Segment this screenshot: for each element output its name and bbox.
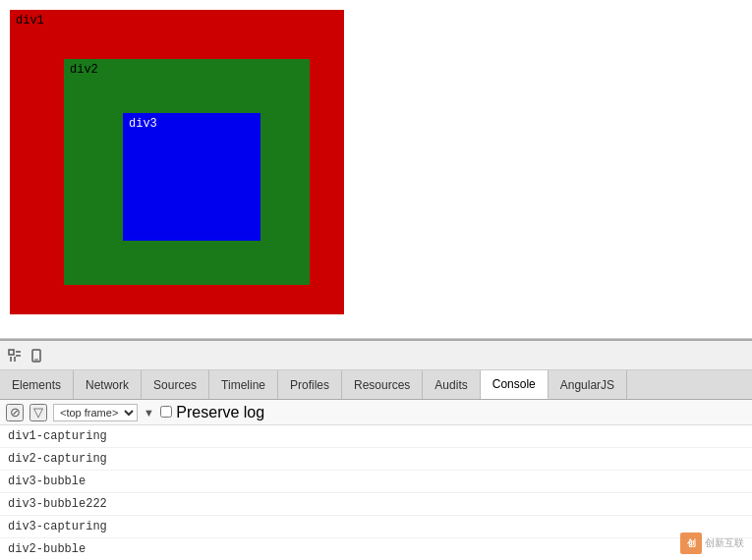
tab-elements[interactable]: Elements <box>0 370 74 399</box>
tab-console[interactable]: Console <box>481 370 549 399</box>
console-line: div3-capturing <box>0 516 752 538</box>
dropdown-arrow: ▼ <box>144 407 154 419</box>
tab-sources[interactable]: Sources <box>142 370 209 399</box>
console-output: div1-capturing div2-capturing div3-bubbl… <box>0 425 752 560</box>
devtools-tabs: Elements Network Sources Timeline Profil… <box>0 370 752 400</box>
tab-angularjs[interactable]: AngularJS <box>549 370 627 399</box>
watermark-icon: 创 <box>680 532 702 554</box>
inspect-element-button[interactable] <box>4 345 26 366</box>
devtools-toolbar <box>0 341 752 370</box>
console-line: div3-bubble <box>0 471 752 493</box>
devtools-panel: Elements Network Sources Timeline Profil… <box>0 339 752 560</box>
watermark-text: 创新互联 <box>705 536 744 550</box>
console-line: div2-bubble <box>0 538 752 560</box>
filter-button[interactable]: ▽ <box>29 404 47 421</box>
div1[interactable]: div1 div2 div3 <box>10 10 344 314</box>
frame-select[interactable]: <top frame> <box>53 404 138 421</box>
clear-console-button[interactable]: ⊘ <box>6 404 24 421</box>
div2-label: div2 <box>70 63 98 77</box>
mobile-button[interactable] <box>26 345 47 366</box>
div3[interactable]: div3 <box>123 113 260 241</box>
preserve-log-label[interactable]: Preserve log <box>160 404 264 421</box>
div1-label: div1 <box>16 14 44 28</box>
tab-network[interactable]: Network <box>74 370 142 399</box>
console-line: div1-capturing <box>0 425 752 448</box>
div3-label: div3 <box>129 117 157 131</box>
tab-resources[interactable]: Resources <box>342 370 423 399</box>
watermark: 创 创新互联 <box>680 532 744 554</box>
demo-area: div1 div2 div3 <box>10 10 344 314</box>
svg-rect-0 <box>9 350 14 355</box>
main-content: div1 div2 div3 <box>0 0 752 339</box>
div2[interactable]: div2 div3 <box>64 59 310 285</box>
tab-timeline[interactable]: Timeline <box>209 370 278 399</box>
preserve-log-checkbox[interactable] <box>160 406 172 418</box>
console-line: div2-capturing <box>0 448 752 471</box>
tab-audits[interactable]: Audits <box>423 370 480 399</box>
tab-profiles[interactable]: Profiles <box>278 370 342 399</box>
console-toolbar: ⊘ ▽ <top frame> ▼ Preserve log <box>0 400 752 425</box>
console-line: div3-bubble222 <box>0 493 752 516</box>
